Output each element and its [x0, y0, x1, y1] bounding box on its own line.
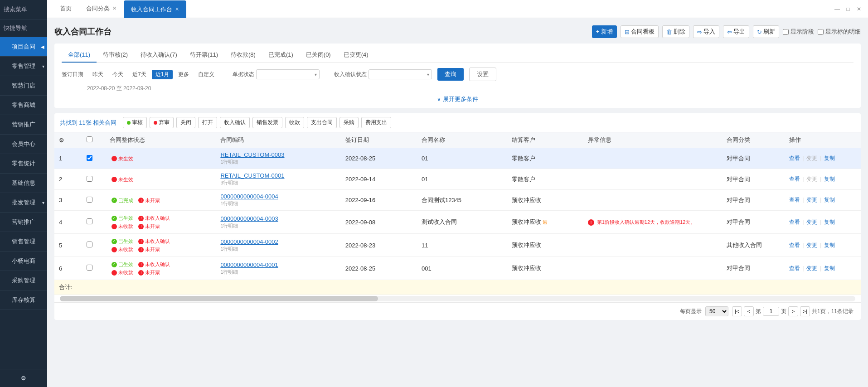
expense-button[interactable]: 费用支出 — [361, 117, 391, 128]
expenditure-contract-button[interactable]: 支出合同 — [307, 117, 337, 128]
expand-button[interactable]: ∨ 展开更多条件 — [437, 95, 478, 103]
date-btn-custom[interactable]: 自定义 — [194, 70, 218, 79]
sidebar-item-sales-mgmt[interactable]: 销售管理 — [0, 232, 47, 252]
copy-button[interactable]: 复制 — [824, 176, 835, 182]
new-button[interactable]: + 新增 — [592, 25, 617, 38]
open-button[interactable]: 打开 — [198, 117, 217, 128]
sidebar-item-stock-accounting[interactable]: 库存核算 — [0, 290, 47, 310]
review-button[interactable]: 审核 — [123, 117, 147, 128]
contract-code-link[interactable]: 0000000000004-0002 — [220, 238, 278, 245]
change-button[interactable]: 变更 — [806, 265, 817, 271]
purchase-button[interactable]: 采购 — [339, 117, 359, 128]
sidebar-item-marketing[interactable]: 营销推广 — [0, 115, 47, 135]
contract-code-link[interactable]: 0000000000004-0004 — [220, 193, 278, 200]
page-size-select[interactable]: 50 100 200 — [705, 306, 728, 316]
copy-button[interactable]: 复制 — [824, 242, 835, 248]
sidebar-item-wholesale-mgmt[interactable]: 批发管理 ▾ — [0, 193, 47, 213]
status-select[interactable] — [256, 69, 320, 79]
copy-button[interactable]: 复制 — [824, 155, 835, 161]
sidebar-item-project-contract[interactable]: 项目合同 ◀ — [0, 37, 47, 57]
view-button[interactable]: 查看 — [789, 197, 800, 203]
status-tab-pending-invoice[interactable]: 待开票(11) — [184, 48, 224, 63]
kanban-button[interactable]: ⊞ 合同看板 — [621, 25, 659, 38]
show-detail-checkbox[interactable]: 显示标的明细 — [818, 28, 861, 36]
date-btn-7days[interactable]: 近7天 — [129, 70, 150, 79]
sidebar-item-basic-info[interactable]: 基础信息 — [0, 174, 47, 193]
date-btn-1month[interactable]: 近1月 — [152, 70, 173, 79]
first-page-button[interactable]: |< — [732, 306, 742, 316]
row-checkbox[interactable] — [82, 148, 105, 169]
status-tab-pending-review[interactable]: 待审核(2) — [97, 48, 134, 63]
show-detail-input[interactable] — [818, 29, 824, 35]
page-input[interactable] — [763, 307, 779, 316]
search-button[interactable]: 查询 — [437, 68, 464, 81]
show-fields-checkbox[interactable]: 显示阶段 — [783, 28, 814, 36]
date-btn-more[interactable]: 更多 — [175, 70, 193, 79]
tab-home[interactable]: 首页 — [53, 0, 79, 18]
close-button[interactable]: 关闭 — [176, 117, 195, 128]
change-button[interactable]: 变更 — [806, 197, 817, 203]
refresh-button[interactable]: ↻ 刷新 — [753, 25, 779, 38]
row-checkbox[interactable] — [82, 190, 105, 211]
close-icon[interactable]: ✕ — [175, 6, 179, 12]
confirm-select[interactable] — [369, 69, 432, 79]
export-button[interactable]: ⇦ 导出 — [723, 25, 749, 38]
show-fields-input[interactable] — [783, 29, 789, 35]
view-button[interactable]: 查看 — [789, 265, 800, 271]
close-icon[interactable]: ✕ — [112, 5, 116, 11]
status-tab-changed[interactable]: 已变更(4) — [337, 48, 375, 63]
change-button[interactable]: 变更 — [806, 242, 817, 248]
last-page-button[interactable]: >| — [800, 306, 810, 316]
view-button[interactable]: 查看 — [789, 219, 800, 225]
status-tab-pending-payment[interactable]: 待收款(8) — [224, 48, 262, 63]
minimize-button[interactable]: — — [834, 5, 841, 13]
sidebar-item-purchase-mgmt[interactable]: 采购管理 — [0, 271, 47, 290]
income-confirm-button[interactable]: 收入确认 — [220, 117, 250, 128]
change-button[interactable]: 变更 — [806, 219, 817, 225]
copy-button[interactable]: 复制 — [824, 197, 835, 203]
tab-contract-category[interactable]: 合同分类 ✕ — [79, 0, 124, 18]
tab-income-contract[interactable]: 收入合同工作台 ✕ — [124, 0, 186, 19]
sidebar-item-retail-stats[interactable]: 零售统计 — [0, 154, 47, 174]
date-btn-today[interactable]: 今天 — [109, 70, 127, 79]
sidebar-search[interactable]: 搜索菜单 — [0, 0, 47, 19]
horizontal-scrollbar[interactable] — [60, 296, 855, 301]
row-checkbox[interactable] — [82, 169, 105, 190]
status-tab-all[interactable]: 全部(11) — [62, 48, 97, 63]
col-header-settings[interactable]: ⚙ — [54, 132, 82, 148]
setting-button[interactable]: 设置 — [469, 68, 496, 81]
sidebar-item-smart-store[interactable]: 智慧门店 — [0, 76, 47, 96]
status-select-wrapper[interactable] — [256, 69, 320, 79]
sidebar-item-retail-mgmt[interactable]: 零售管理 ▾ — [0, 57, 47, 76]
status-tab-closed[interactable]: 已关闭(0) — [300, 48, 337, 63]
sidebar-item-marketing2[interactable]: 营销推广 — [0, 213, 47, 232]
status-tab-completed[interactable]: 已完成(1) — [262, 48, 300, 63]
contract-code-link[interactable]: RETAIL_CUSTOM-0003 — [220, 151, 284, 158]
sidebar-quick-nav[interactable]: 快捷导航 — [0, 19, 47, 37]
abandon-review-button[interactable]: 弃审 — [150, 117, 174, 128]
sidebar-item-retail-mall[interactable]: 零售商城 — [0, 96, 47, 115]
row-checkbox[interactable] — [82, 257, 105, 280]
sidebar-settings[interactable]: ⚙ — [0, 369, 47, 387]
maximize-button[interactable]: □ — [844, 5, 852, 13]
contract-code-link[interactable]: RETAIL_CUSTOM-0001 — [220, 172, 284, 179]
close-button[interactable]: ✕ — [855, 5, 863, 13]
view-button[interactable]: 查看 — [789, 155, 800, 161]
import-button[interactable]: ⇨ 导入 — [693, 25, 719, 38]
payment-button[interactable]: 收款 — [285, 117, 304, 128]
change-button[interactable]: 变更 — [806, 176, 817, 182]
copy-button[interactable]: 复制 — [824, 265, 835, 271]
contract-code-link[interactable]: 0000000000004-0001 — [220, 261, 278, 268]
view-button[interactable]: 查看 — [789, 242, 800, 248]
change-button[interactable]: 变更 — [806, 155, 817, 161]
confirm-select-wrapper[interactable] — [369, 69, 432, 79]
copy-button[interactable]: 复制 — [824, 219, 835, 225]
row-checkbox[interactable] — [82, 211, 105, 234]
contract-code-link[interactable]: 0000000000004-0003 — [220, 215, 278, 222]
delete-button[interactable]: 🗑 删除 — [662, 25, 689, 38]
sidebar-item-member-center[interactable]: 会员中心 — [0, 135, 47, 154]
status-tab-pending-confirm[interactable]: 待收入确认(7) — [134, 48, 184, 63]
next-page-button[interactable]: > — [788, 306, 798, 316]
prev-page-button[interactable]: < — [744, 306, 754, 316]
row-checkbox[interactable] — [82, 234, 105, 257]
